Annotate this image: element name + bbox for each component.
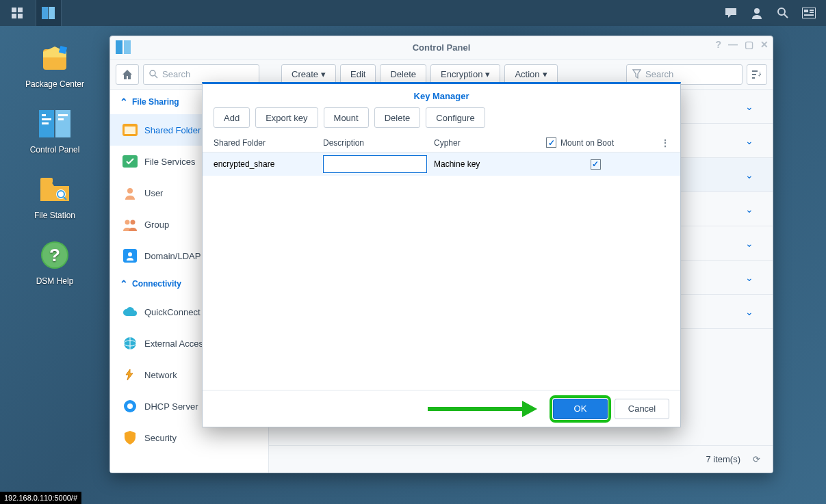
cancel-button[interactable]: Cancel (615, 399, 669, 419)
list-footer: 7 item(s) ⟳ (269, 445, 773, 473)
help-icon[interactable]: ? (715, 39, 721, 50)
action-button[interactable]: Action▾ (504, 64, 557, 85)
table-header: Shared Folder Description Cypher Mount o… (203, 133, 680, 152)
network-icon (122, 367, 138, 382)
person-icon (122, 185, 138, 200)
chevron-down-icon: ⌄ (745, 306, 753, 317)
delete-button[interactable]: Delete (380, 64, 426, 85)
svg-point-7 (778, 8, 785, 15)
svg-point-49 (127, 403, 133, 409)
col-cypher: Cypher (434, 138, 546, 148)
search-placeholder: Search (162, 69, 190, 79)
modal-toolbar: Add Export key Mount Delete Configure (203, 107, 680, 133)
sidebar-search-input[interactable]: Search (143, 64, 259, 85)
desktop-file-station[interactable]: File Station (21, 172, 89, 220)
col-shared-folder: Shared Folder (214, 138, 323, 148)
col-mount-on-boot[interactable]: Mount on Boot (546, 137, 649, 148)
svg-rect-22 (58, 118, 64, 120)
modal-footer: OK Cancel (203, 390, 680, 427)
widgets-icon[interactable] (796, 0, 822, 26)
home-button[interactable] (116, 64, 139, 85)
maximize-icon[interactable]: ▢ (745, 39, 753, 50)
table-row[interactable]: encrypted_share Machine key (203, 152, 680, 176)
svg-point-41 (125, 220, 130, 225)
main-menu-icon[interactable] (4, 0, 30, 26)
ok-button[interactable]: OK (553, 399, 608, 419)
status-url: 192.168.0.110:5000/# (4, 494, 77, 502)
chevron-up-icon: ⌃ (120, 96, 128, 107)
chevron-down-icon: ⌄ (745, 204, 753, 215)
chat-icon[interactable] (718, 0, 744, 26)
mount-button[interactable]: Mount (324, 107, 369, 128)
svg-rect-35 (752, 74, 756, 75)
window-titlebar[interactable]: Control Panel ? — ▢ ✕ (110, 36, 773, 59)
configure-button[interactable]: Configure (426, 107, 485, 128)
encryption-button[interactable]: Encryption▾ (430, 64, 500, 85)
create-button[interactable]: Create▾ (281, 64, 336, 85)
desktop-package-center[interactable]: Package Center (21, 41, 89, 89)
file-services-icon (122, 154, 138, 169)
svg-rect-36 (752, 77, 755, 79)
svg-point-6 (754, 8, 760, 14)
svg-rect-30 (116, 40, 122, 54)
close-icon[interactable]: ✕ (760, 39, 769, 50)
user-icon[interactable] (744, 0, 770, 26)
chevron-down-icon: ⌄ (745, 272, 753, 283)
desktop-label: Control Panel (21, 145, 89, 155)
cloud-icon (122, 304, 138, 319)
svg-rect-20 (42, 122, 49, 124)
desktop-label: DSM Help (21, 276, 89, 286)
group-icon (122, 217, 138, 232)
filter-input[interactable]: Search (626, 64, 743, 85)
desktop-control-panel[interactable]: Control Panel (21, 107, 89, 155)
svg-line-8 (784, 14, 788, 18)
svg-text:?: ? (49, 245, 60, 265)
svg-rect-31 (124, 40, 131, 54)
svg-rect-21 (58, 114, 68, 116)
header-checkbox[interactable] (546, 137, 556, 148)
chevron-down-icon: ⌄ (745, 135, 753, 146)
refresh-icon[interactable]: ⟳ (753, 454, 760, 464)
svg-point-44 (128, 252, 132, 256)
modal-title: Key Manager (203, 84, 680, 107)
svg-rect-23 (40, 178, 53, 183)
desktop-dsm-help[interactable]: ? DSM Help (21, 238, 89, 286)
modal-key-manager: Key Manager Add Export key Mount Delete … (202, 82, 681, 427)
svg-point-42 (131, 220, 135, 225)
item-count: 7 item(s) (706, 454, 740, 464)
svg-rect-1 (18, 8, 23, 12)
desktop-label: Package Center (21, 79, 89, 89)
edit-button[interactable]: Edit (340, 64, 376, 85)
domain-icon (122, 248, 138, 263)
svg-rect-2 (12, 14, 16, 18)
svg-rect-5 (49, 7, 55, 19)
cell-folder: encrypted_share (214, 159, 323, 169)
desktop-label: File Station (21, 211, 89, 220)
chevron-up-icon: ⌃ (120, 278, 128, 289)
column-menu-icon[interactable]: ⋮ (661, 138, 669, 148)
folder-icon (122, 122, 138, 137)
svg-rect-0 (12, 8, 16, 12)
svg-rect-3 (18, 14, 23, 18)
desktop-icons: Package Center Control Panel File Statio… (21, 41, 103, 304)
delete-button[interactable]: Delete (374, 107, 421, 128)
search-icon[interactable] (770, 0, 796, 26)
svg-rect-18 (42, 114, 46, 116)
filter-placeholder: Search (645, 69, 673, 79)
mount-checkbox[interactable] (591, 159, 601, 170)
add-button[interactable]: Add (214, 107, 250, 128)
taskbar-app-controlpanel[interactable] (36, 0, 62, 26)
svg-point-40 (127, 188, 133, 194)
svg-rect-38 (125, 127, 135, 134)
export-key-button[interactable]: Export key (255, 107, 318, 128)
svg-line-33 (155, 75, 157, 78)
sort-button[interactable] (747, 64, 767, 85)
shield-icon (122, 430, 138, 445)
window-title: Control Panel (413, 42, 471, 53)
chevron-down-icon: ⌄ (745, 170, 753, 181)
globe-icon (122, 336, 138, 351)
col-description: Description (323, 138, 434, 148)
minimize-icon[interactable]: — (728, 39, 738, 50)
description-input[interactable] (323, 155, 427, 173)
taskbar (0, 0, 826, 26)
